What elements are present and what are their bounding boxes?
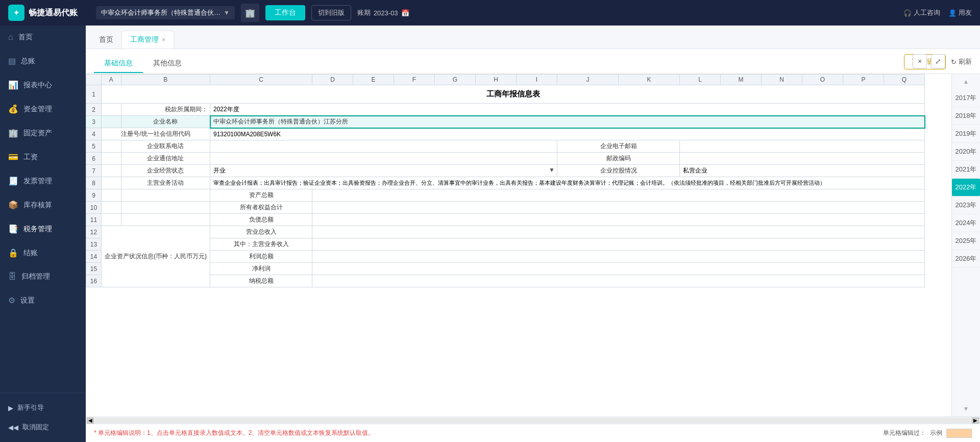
cell-8-value[interactable]: 审查企业会计报表；出具审计报告；验证企业资本；出具验资报告；办理企业合开、分立、…: [210, 177, 925, 189]
cell-12-value[interactable]: [312, 226, 925, 238]
period-value: 2023-03: [374, 9, 398, 17]
cell-14-value[interactable]: [312, 251, 925, 263]
year-item-2025[interactable]: 2025年: [952, 232, 980, 250]
company-icon-btn[interactable]: 🏢: [241, 4, 259, 22]
cell-5-phone[interactable]: [210, 140, 557, 153]
top-header: ✦ 畅捷通易代账 中审众环会计师事务所（特殊普通合伙… ▼ 🏢 工作台 切到旧版…: [0, 0, 980, 26]
year-item-2021[interactable]: 2021年: [952, 161, 980, 179]
logo-area: ✦ 畅捷通易代账: [8, 5, 90, 21]
sidebar-item-closing[interactable]: 🔒 结账: [0, 241, 86, 265]
refresh-label: 刷新: [959, 57, 972, 66]
cell-11b[interactable]: [121, 214, 210, 226]
title-cell[interactable]: 工商年报信息表: [102, 85, 925, 104]
tab-home[interactable]: 首页: [91, 31, 121, 48]
tab-close-icon[interactable]: ×: [162, 36, 165, 43]
cell-9a[interactable]: [102, 189, 121, 202]
row-num-12: 12: [86, 226, 102, 238]
sidebar-item-inventory[interactable]: 📦 库存核算: [0, 193, 86, 217]
year-item-2022[interactable]: 2022年: [952, 179, 980, 197]
cell-10a[interactable]: [102, 202, 121, 214]
cell-2c[interactable]: 2022年度: [210, 104, 925, 116]
year-item-2026[interactable]: 2026年: [952, 250, 980, 268]
sidebar-item-unpin[interactable]: ◀◀ 取消固定: [0, 418, 86, 437]
company-name: 中审众环会计师事务所（特殊普通合伙…: [101, 8, 220, 17]
sidebar-item-reports[interactable]: 📊 报表中心: [0, 73, 86, 97]
workbench-button[interactable]: 工作台: [265, 5, 305, 20]
table-row: 9 资产总额: [86, 189, 925, 202]
cell-5a[interactable]: [102, 140, 121, 153]
sidebar-item-invoices[interactable]: 🧾 发票管理: [0, 169, 86, 193]
cell-13-value[interactable]: [312, 238, 925, 251]
cell-4-value[interactable]: 91320100MA208E5W6K: [210, 128, 925, 140]
row-num-3: 3: [86, 116, 102, 128]
year-item-2024[interactable]: 2024年: [952, 214, 980, 232]
expand-panel-button[interactable]: ⤢: [931, 54, 945, 68]
year-up-icon[interactable]: ▲: [961, 77, 971, 87]
sidebar-item-assets[interactable]: 🏢 固定资产: [0, 121, 86, 145]
cell-16-value[interactable]: [312, 275, 925, 287]
sidebar-item-home[interactable]: ⌂ 首页: [0, 26, 86, 49]
old-version-button[interactable]: 切到旧版: [311, 5, 351, 20]
sidebar-item-tax[interactable]: 📑 税务管理: [0, 217, 86, 241]
year-item-2020[interactable]: 2020年: [952, 143, 980, 161]
cell-9-value[interactable]: [312, 189, 925, 202]
tab-basic-info[interactable]: 基础信息: [94, 55, 143, 73]
row-num-15: 15: [86, 263, 102, 275]
col-header-k: K: [619, 75, 680, 85]
col-header-f: F: [394, 75, 435, 85]
sidebar-item-funds[interactable]: 💰 资金管理: [0, 97, 86, 121]
sidebar-item-guide[interactable]: ▶ 新手引导: [0, 398, 86, 418]
cell-9-label: 资产总额: [210, 189, 312, 202]
h-scroll-left-btn[interactable]: ◀: [87, 418, 94, 424]
user-label: 用友: [959, 8, 972, 17]
year-item-2017[interactable]: 2017年: [952, 89, 980, 107]
col-header-d: D: [312, 75, 353, 85]
cell-10b[interactable]: [121, 202, 210, 214]
cell-7a[interactable]: [102, 165, 121, 177]
tab-commerce-label: 工商管理: [130, 35, 159, 44]
sidebar-item-archive[interactable]: 🗄 归档管理: [0, 265, 86, 288]
row-num-11: 11: [86, 214, 102, 226]
h-scroll-area[interactable]: ◀ ▶: [86, 416, 980, 424]
bottom-label: 单元格编辑过：: [883, 429, 926, 437]
settings-icon: ⚙: [8, 296, 15, 305]
cell-9b[interactable]: [121, 189, 210, 202]
sidebar-item-wages[interactable]: 💳 工资: [0, 145, 86, 169]
invoices-icon: 🧾: [8, 176, 18, 186]
cell-8a[interactable]: [102, 177, 121, 189]
cell-6a[interactable]: [102, 153, 121, 165]
cell-2a[interactable]: [102, 104, 121, 116]
refresh-button[interactable]: ↻ 刷新: [951, 57, 972, 66]
company-selector[interactable]: 中审众环会计师事务所（特殊普通合伙… ▼: [96, 6, 235, 19]
cell-7-status[interactable]: 开业 ▼: [210, 165, 557, 177]
year-item-2019[interactable]: 2019年: [952, 125, 980, 143]
sidebar-item-settings[interactable]: ⚙ 设置: [0, 288, 86, 312]
cell-3a[interactable]: [102, 116, 121, 128]
cell-10-value[interactable]: [312, 202, 925, 214]
bottom-right: 单元格编辑过： 示例: [883, 429, 972, 438]
cell-11a[interactable]: [102, 214, 121, 226]
sidebar-scroll: ⌂ 首页 ▤ 总账 📊 报表中心 💰 资金管理 🏢 固定资产 💳 工资: [0, 26, 86, 392]
cell-6-address[interactable]: [210, 153, 557, 165]
tab-other-info[interactable]: 其他信息: [143, 55, 192, 73]
cell-6-zip[interactable]: [680, 153, 925, 165]
year-down-icon[interactable]: ▼: [961, 404, 971, 414]
year-item-2023[interactable]: 2023年: [952, 197, 980, 214]
close-panel-button[interactable]: ×: [913, 54, 927, 68]
tab-commerce[interactable]: 工商管理 ×: [121, 31, 174, 48]
cell-7-control[interactable]: 私营企业: [680, 165, 925, 177]
sidebar-item-ledger[interactable]: ▤ 总账: [0, 49, 86, 73]
year-item-2018[interactable]: 2018年: [952, 107, 980, 125]
cell-15-value[interactable]: [312, 263, 925, 275]
calendar-icon[interactable]: 📅: [401, 9, 409, 17]
consult-button[interactable]: 🎧 人工咨询: [903, 8, 940, 17]
user-area[interactable]: 👤 用友: [948, 8, 972, 17]
cell-3c-value[interactable]: 中审众环会计师事务所（特殊普通合伙）江苏分所: [210, 116, 925, 128]
cell-11-value[interactable]: [312, 214, 925, 226]
sidebar-bottom: ▶ 新手引导 ◀◀ 取消固定: [0, 392, 86, 442]
cell-5-email[interactable]: [680, 140, 925, 153]
spreadsheet-container[interactable]: A B C D E F G H I J K L: [86, 74, 951, 416]
h-scroll-right-btn[interactable]: ▶: [972, 418, 979, 424]
table-row: 16 纳税总额: [86, 275, 925, 287]
h-scroll-track[interactable]: [95, 418, 971, 423]
